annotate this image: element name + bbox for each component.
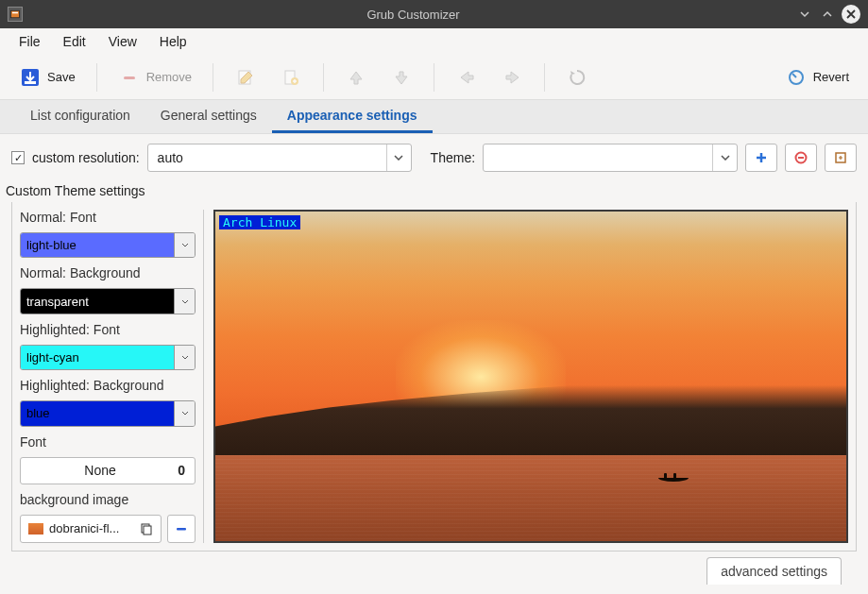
boot-preview: Arch Linux: [213, 210, 848, 543]
move-right-button: [493, 62, 531, 93]
highlighted-bg-value: blue: [21, 401, 174, 425]
refresh-icon: [566, 66, 588, 89]
menu-file[interactable]: File: [8, 30, 52, 53]
copy-icon: [140, 522, 153, 535]
revert-label: Revert: [813, 70, 849, 84]
chevron-down-icon[interactable]: [712, 144, 737, 171]
custom-resolution-checkbox[interactable]: [11, 151, 25, 164]
save-icon: [19, 66, 42, 89]
save-button[interactable]: Save: [11, 62, 83, 93]
normal-font-label: Normal: Font: [20, 210, 196, 225]
arrow-right-icon: [501, 66, 523, 89]
refresh-button: [558, 62, 596, 93]
normal-font-value: light-blue: [21, 233, 174, 257]
window-title: Grub Customizer: [30, 8, 796, 22]
tab-list-configuration[interactable]: List configuration: [15, 100, 145, 133]
move-up-button: [337, 62, 375, 93]
move-left-button: [448, 62, 485, 93]
custom-resolution-label: custom resolution:: [32, 150, 140, 165]
remove-button: Remove: [111, 62, 199, 93]
app-icon: [8, 7, 23, 22]
highlighted-font-value: light-cyan: [21, 346, 174, 369]
edit-icon: [234, 66, 257, 89]
maximize-button[interactable]: [819, 6, 836, 23]
revert-button[interactable]: Revert: [777, 62, 857, 93]
normal-bg-combo[interactable]: transparent: [20, 288, 196, 314]
svg-rect-13: [177, 528, 186, 531]
arrow-up-icon: [345, 66, 367, 89]
chevron-down-icon[interactable]: [174, 233, 195, 257]
normal-bg-label: Normal: Background: [20, 265, 196, 280]
custom-theme-title: Custom Theme settings: [6, 179, 857, 202]
preview-entry: Arch Linux: [219, 215, 300, 229]
image-thumb-icon: [28, 523, 43, 535]
menubar: File Edit View Help: [0, 28, 868, 55]
menu-edit[interactable]: Edit: [52, 30, 97, 53]
edit-button: [227, 62, 264, 93]
toolbar: Save Remove: [0, 55, 868, 100]
advanced-settings-button[interactable]: advanced settings: [706, 557, 842, 585]
arrow-left-icon: [455, 66, 478, 89]
revert-icon: [785, 66, 808, 89]
new-icon: [280, 66, 302, 89]
remove-label: Remove: [146, 70, 192, 84]
normal-font-combo[interactable]: light-blue: [20, 232, 196, 258]
remove-icon: [118, 66, 141, 89]
font-button[interactable]: None 0: [20, 457, 196, 484]
resolution-value: auto: [148, 150, 386, 165]
theme-export-button[interactable]: [825, 144, 857, 172]
tabs: List configuration General settings Appe…: [0, 100, 868, 134]
chevron-down-icon[interactable]: [174, 401, 195, 425]
move-down-button: [383, 62, 420, 93]
chevron-down-icon[interactable]: [174, 289, 195, 313]
svg-rect-12: [144, 526, 151, 535]
svg-rect-4: [124, 76, 135, 79]
background-image-label: background image: [20, 492, 196, 507]
svg-rect-1: [12, 12, 18, 14]
theme-remove-button[interactable]: [785, 144, 817, 172]
theme-combo[interactable]: [483, 144, 738, 172]
close-button[interactable]: [842, 5, 860, 24]
titlebar: Grub Customizer: [0, 0, 868, 28]
save-label: Save: [47, 70, 76, 84]
chevron-down-icon[interactable]: [386, 144, 411, 171]
menu-view[interactable]: View: [97, 30, 148, 53]
normal-bg-value: transparent: [21, 289, 174, 313]
theme-label: Theme:: [431, 150, 475, 165]
chevron-down-icon[interactable]: [174, 346, 195, 369]
new-button: [272, 62, 310, 93]
svg-rect-3: [25, 81, 36, 84]
arrow-down-icon: [390, 66, 413, 89]
highlighted-bg-combo[interactable]: blue: [20, 400, 196, 426]
minimize-button[interactable]: [796, 6, 813, 23]
highlighted-font-label: Highlighted: Font: [20, 322, 196, 337]
background-image-button[interactable]: dobranici-fl...: [20, 515, 162, 543]
font-name: None: [30, 463, 170, 478]
tab-appearance-settings[interactable]: Appearance settings: [272, 100, 433, 133]
font-label: Font: [20, 434, 196, 450]
background-image-filename: dobranici-fl...: [49, 521, 134, 535]
font-size: 0: [178, 463, 185, 478]
svg-rect-0: [11, 10, 20, 18]
highlighted-font-combo[interactable]: light-cyan: [20, 345, 196, 370]
background-image-clear-button[interactable]: [167, 515, 196, 543]
highlighted-bg-label: Highlighted: Background: [20, 378, 196, 393]
theme-settings-panel: Normal: Font light-blue Normal: Backgrou…: [20, 210, 204, 543]
tab-general-settings[interactable]: General settings: [145, 100, 272, 133]
theme-add-button[interactable]: [745, 144, 777, 172]
resolution-combo[interactable]: auto: [147, 144, 412, 172]
menu-help[interactable]: Help: [148, 30, 198, 53]
